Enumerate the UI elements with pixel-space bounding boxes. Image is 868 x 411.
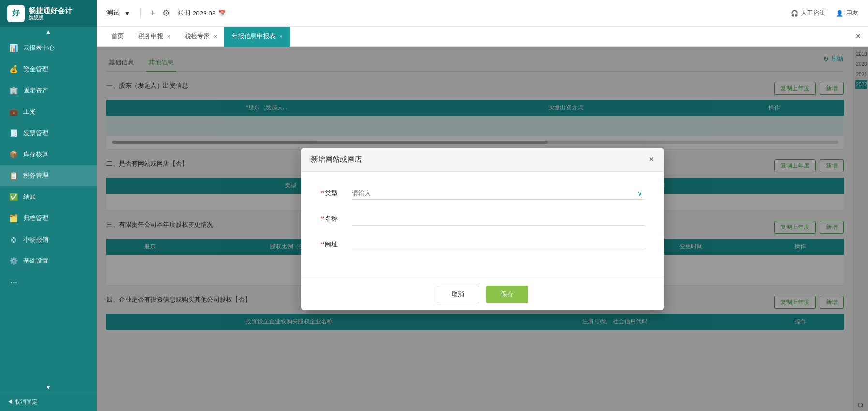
form-group-url: **网址 <box>321 238 645 251</box>
tax-icon: 📋 <box>9 171 18 181</box>
cloud-report-icon: 📊 <box>9 43 18 53</box>
modal-overlay: 新增网站或网店 × **类型 ∨ <box>97 47 868 411</box>
sidebar-nav: 📊 云报表中心 💰 资金管理 🏢 固定资产 💼 工资 🧾 发票管理 📦 库存核算… <box>0 37 97 382</box>
pin-toggle-label: ◀ 取消固定 <box>7 398 38 406</box>
modal-body: **类型 ∨ **名称 <box>301 172 664 278</box>
sidebar-item-archive[interactable]: 🗂️ 归档管理 <box>0 208 97 229</box>
tab-tax-report[interactable]: 税务申报 × <box>131 27 177 47</box>
tab-annual-report-label: 年报信息申报表 <box>232 32 276 41</box>
settings-button[interactable]: ⚙ <box>162 8 170 18</box>
dropdown-arrow-icon: ∨ <box>637 189 642 197</box>
sidebar-item-label: 发票管理 <box>23 129 48 137</box>
tabs-bar: 首页 税务申报 × 税检专家 × 年报信息申报表 × × <box>97 27 868 47</box>
fixed-assets-icon: 🏢 <box>9 86 18 95</box>
topbar: 测试 ▼ + ⚙ 账期 2023-03 📅 🎧 人工咨询 👤 用友 <box>97 0 868 27</box>
sidebar-item-label: 工资 <box>23 107 36 116</box>
sidebar-item-fixed-assets[interactable]: 🏢 固定资产 <box>0 80 97 101</box>
form-input-name-wrapper <box>352 212 645 226</box>
archive-icon: 🗂️ <box>9 213 18 223</box>
logo-text: 畅捷通好会计 旗舰版 <box>29 6 72 21</box>
sidebar: 好 畅捷通好会计 旗舰版 ▲ 📊 云报表中心 💰 资金管理 🏢 固定资产 💼 工… <box>0 0 97 411</box>
xiaochang-icon: © <box>9 235 18 244</box>
content-area: 基础信息 其他信息 ↻ 刷新 一、股东（发起人）出资信息 复制上年度 新增 <box>97 47 868 411</box>
modal-header: 新增网站或网店 × <box>301 148 664 172</box>
url-input[interactable] <box>352 238 645 251</box>
sidebar-item-account[interactable]: ✅ 结账 <box>0 186 97 208</box>
type-input[interactable] <box>352 186 645 200</box>
sidebar-item-settings[interactable]: ⚙️ 基础设置 <box>0 250 97 272</box>
save-button[interactable]: 保存 <box>486 286 528 303</box>
close-all-tabs-button[interactable]: × <box>855 31 861 42</box>
topbar-divider <box>140 8 141 18</box>
sidebar-item-inventory[interactable]: 📦 库存核算 <box>0 144 97 165</box>
sidebar-item-label: 小畅报销 <box>23 235 48 244</box>
form-label-url: **网址 <box>321 240 345 249</box>
more-icon: ⋯ <box>9 277 18 287</box>
period-label: 账期 <box>177 9 190 17</box>
sidebar-item-label: 资金管理 <box>23 65 48 74</box>
fund-icon: 💰 <box>9 64 18 74</box>
tab-tax-inspect[interactable]: 税检专家 × <box>177 27 224 47</box>
plus-icon: + <box>150 8 156 18</box>
sidebar-item-label: 固定资产 <box>23 86 48 95</box>
form-input-url-wrapper <box>352 238 645 251</box>
sidebar-item-label: 结账 <box>23 193 36 201</box>
sidebar-item-cloud-report[interactable]: 📊 云报表中心 <box>0 37 97 59</box>
sidebar-item-xiaochang[interactable]: © 小畅报销 <box>0 229 97 250</box>
tab-tax-report-close[interactable]: × <box>167 33 170 39</box>
form-group-type: **类型 ∨ <box>321 186 645 200</box>
form-input-type-wrapper: ∨ <box>352 186 645 200</box>
sidebar-scroll-down[interactable]: ▼ <box>0 382 97 393</box>
calendar-icon[interactable]: 📅 <box>218 10 226 17</box>
modal-title: 新增网站或网店 <box>311 155 362 164</box>
user-label: 用友 <box>846 9 858 17</box>
sidebar-item-label: 基础设置 <box>23 257 48 265</box>
tab-home-label: 首页 <box>111 32 124 41</box>
gear-icon: ⚙ <box>162 8 170 18</box>
cancel-button[interactable]: 取消 <box>437 286 479 303</box>
account-icon: ✅ <box>9 192 18 202</box>
user-icon: 👤 <box>836 10 843 17</box>
form-label-name: **名称 <box>321 214 345 223</box>
tab-annual-report[interactable]: 年报信息申报表 × <box>224 27 290 47</box>
headset-icon: 🎧 <box>791 10 798 17</box>
settings-icon: ⚙️ <box>9 256 18 266</box>
modal-dialog: 新增网站或网店 × **类型 ∨ <box>301 148 664 310</box>
company-name: 测试 <box>106 9 120 17</box>
user-menu[interactable]: 👤 用友 <box>836 9 858 17</box>
name-input[interactable] <box>352 212 645 226</box>
sidebar-scroll-up[interactable]: ▲ <box>0 27 97 37</box>
payroll-icon: 💼 <box>9 107 18 117</box>
tab-tax-inspect-close[interactable]: × <box>214 33 217 39</box>
sidebar-logo: 好 畅捷通好会计 旗舰版 <box>0 0 97 27</box>
add-company-button[interactable]: + <box>150 8 156 18</box>
tab-home[interactable]: 首页 <box>104 27 131 47</box>
sidebar-item-more[interactable]: ⋯ <box>0 272 97 293</box>
sidebar-item-label: 云报表中心 <box>23 44 55 52</box>
support-label: 人工咨询 <box>801 9 826 17</box>
company-selector[interactable]: 测试 ▼ <box>106 9 131 17</box>
tab-annual-report-close[interactable]: × <box>280 33 282 39</box>
inventory-icon: 📦 <box>9 150 18 159</box>
period-display: 账期 2023-03 📅 <box>177 9 226 17</box>
invoice-icon: 🧾 <box>9 128 18 138</box>
tab-tax-inspect-label: 税检专家 <box>185 32 210 41</box>
sidebar-item-label: 库存核算 <box>23 150 48 159</box>
form-group-name: **名称 <box>321 212 645 226</box>
modal-close-button[interactable]: × <box>649 154 654 165</box>
sidebar-pin-toggle[interactable]: ◀ 取消固定 <box>0 393 97 411</box>
topbar-right: 🎧 人工咨询 👤 用友 <box>791 9 858 17</box>
form-label-type: **类型 <box>321 189 345 198</box>
sidebar-item-invoice[interactable]: 🧾 发票管理 <box>0 122 97 144</box>
sidebar-item-label: 归档管理 <box>23 214 48 223</box>
logo-icon: 好 <box>7 5 25 22</box>
sidebar-item-tax[interactable]: 📋 税务管理 <box>0 165 97 186</box>
support-button[interactable]: 🎧 人工咨询 <box>791 9 826 17</box>
modal-footer: 取消 保存 <box>301 278 664 310</box>
tab-tax-report-label: 税务申报 <box>138 32 163 41</box>
sidebar-item-label: 税务管理 <box>23 171 48 180</box>
period-value: 2023-03 <box>192 10 216 17</box>
company-dropdown-icon: ▼ <box>124 9 131 17</box>
sidebar-item-fund[interactable]: 💰 资金管理 <box>0 59 97 80</box>
sidebar-item-payroll[interactable]: 💼 工资 <box>0 101 97 122</box>
